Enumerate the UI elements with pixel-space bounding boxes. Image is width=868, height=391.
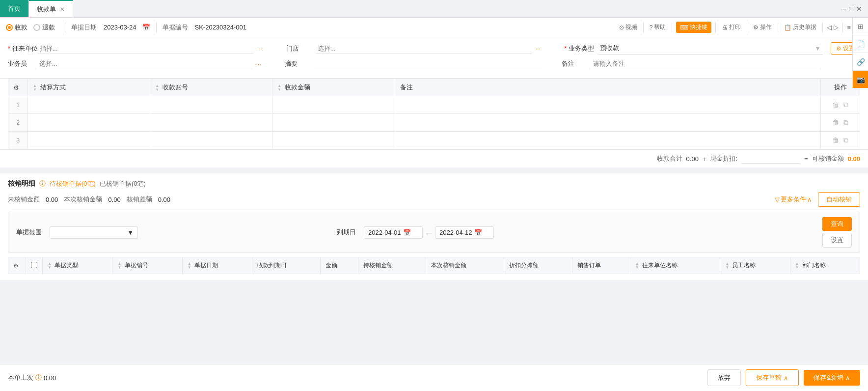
row1-actions: 🗑 ⧉ [821,96,860,114]
date-value: 2023-03-24 [104,24,136,31]
row1-delete-icon[interactable]: 🗑 [832,101,839,109]
row1-amount[interactable] [272,96,395,114]
date-to-input[interactable]: 2022-04-12 📅 [435,226,494,239]
row3-delete-icon[interactable]: 🗑 [832,136,839,144]
list-view-icon[interactable]: ≡ [847,24,851,31]
row1-account[interactable] [150,96,272,114]
auto-verify-btn[interactable]: 自动核销 [818,192,860,207]
section-info-icon[interactable]: ⓘ [39,179,46,188]
business-type-field: 业务类型 预收款 ▼ [564,42,823,55]
col-remark: 备注 [395,79,821,96]
refund-radio[interactable]: 退款 [33,23,55,32]
sidebar-camera-icon[interactable]: 📷 [853,71,868,88]
col-dept: ▲▼ 部门名称 [790,257,860,274]
business-type-select[interactable]: 预收款 ▼ [598,42,823,55]
shortcut-btn[interactable]: ⌨ 快捷键 [676,22,711,33]
remark-label: 备注 [562,59,591,68]
row3-settlement[interactable] [28,132,150,149]
salesperson-input[interactable] [37,58,252,69]
print-btn[interactable]: 🖨 打印 [720,22,743,32]
date-from-input[interactable]: 2022-04-01 📅 [364,226,423,239]
range-label: 单据范围 [16,228,42,237]
tab-receipt[interactable]: 收款单 ✕ [29,0,73,17]
summary-input[interactable] [314,58,542,69]
store-more-icon[interactable]: ··· [532,45,545,52]
receipt-radio[interactable]: 收款 [6,23,27,32]
store-label: 门店 [286,44,316,53]
counterpart-more-icon[interactable]: ··· [253,45,267,52]
row1-copy-icon[interactable]: ⧉ [843,101,848,109]
remark-input[interactable] [591,58,819,69]
verified-tab[interactable]: 已核销单据(0笔) [100,179,146,188]
store-input[interactable] [316,43,532,54]
current-amount-value: 0.00 [108,196,120,203]
tab-home-label: 首页 [8,4,21,13]
col-current-verify: 本次核销金额 [426,257,504,274]
col-doc-number: ▲▼ 单据编号 [112,257,182,274]
right-sidebar: ⊞ 📄 🔗 📷 [852,18,868,88]
table-settings-header[interactable]: ⚙ [8,79,28,96]
chevron-up-icon: ∧ [807,196,812,203]
history-btn[interactable]: 📋 历史单据 [782,22,818,32]
row2-copy-icon[interactable]: ⧉ [843,118,848,126]
prev-icon[interactable]: ◁ [827,24,832,31]
number-label: 单据编号 [163,23,188,32]
due-date-label: 到期日 [337,228,356,237]
form-row-2: 业务员 ··· 摘要 备注 [8,58,860,69]
sidebar-link-icon[interactable]: 🔗 [853,53,868,71]
sidebar-doc-icon[interactable]: 📄 [853,35,868,53]
sum-row: 收款合计 0.00 + 现金折扣: = 可核销金额 0.00 [0,149,868,168]
row3-copy-icon[interactable]: ⧉ [843,136,848,144]
col-doc-date: ▲▼ 单据日期 [182,257,252,274]
save-new-btn[interactable]: 保存&新增 ∧ [804,370,860,386]
row2-remark[interactable] [395,114,821,132]
tab-home[interactable]: 首页 [0,0,29,17]
col-amount: ▲▼ 收款金额 [272,79,395,96]
window-maximize-icon[interactable]: □ [849,5,853,13]
abandon-btn[interactable]: 放弃 [707,369,741,386]
range-select-arrow: ▼ [127,229,134,236]
row2-delete-icon[interactable]: 🗑 [832,118,839,126]
salesperson-more-icon[interactable]: ··· [252,60,265,68]
current-amount-label: 本次核销金额 [64,195,102,204]
row-num-3: 3 [8,132,28,149]
help-btn[interactable]: ? 帮助 [648,22,668,32]
discount-label: 现金折扣: [710,154,737,163]
operations-btn[interactable]: ⚙ 操作 [751,22,774,32]
save-draft-arrow: ∧ [784,374,788,382]
row1-remark[interactable] [395,96,821,114]
summary-field: 摘要 [285,58,542,69]
row2-actions: 🗑 ⧉ [821,114,860,132]
stats-row: 未核销金额 0.00 本次核销金额 0.00 核销差额 0.00 ▽ 更多条件 … [8,192,860,207]
save-draft-btn[interactable]: 保存草稿 ∧ [746,369,799,386]
row2-amount[interactable] [272,114,395,132]
bottom-table-gear[interactable]: ⚙ [8,257,26,274]
window-close-icon[interactable]: ✕ [856,5,862,13]
window-minimize-icon[interactable]: ─ [841,5,846,13]
sidebar-table-icon[interactable]: ⊞ [853,18,868,35]
counterpart-input[interactable] [38,43,253,54]
discount-input[interactable] [741,154,800,164]
table-row: 2 🗑 ⧉ [8,114,860,132]
more-conditions-btn[interactable]: ▽ 更多条件 ∧ [775,195,812,204]
row2-settlement[interactable] [28,114,150,132]
close-tab-icon[interactable]: ✕ [60,6,65,13]
row3-remark[interactable] [395,132,821,149]
row2-account[interactable] [150,114,272,132]
col-discount: 折扣分摊额 [504,257,572,274]
col-pending: 待核销金额 [358,257,426,274]
date-from-value: 2022-04-01 [368,229,401,236]
pending-tab[interactable]: 待核销单据(0笔) [50,179,96,188]
search-settings-btn[interactable]: 设置 [822,233,852,248]
select-all-checkbox[interactable] [31,262,37,268]
query-btn[interactable]: 查询 [822,217,852,231]
range-select[interactable]: ▼ [50,226,138,239]
row3-account[interactable] [150,132,272,149]
calendar-icon[interactable]: 📅 [142,24,150,31]
row3-amount[interactable] [272,132,395,149]
video-btn[interactable]: ⊙ 视频 [617,22,639,32]
row1-settlement[interactable] [28,96,150,114]
next-icon[interactable]: ▷ [834,24,839,31]
toolbar-divider-7 [778,23,778,32]
salesperson-label: 业务员 [8,59,37,68]
